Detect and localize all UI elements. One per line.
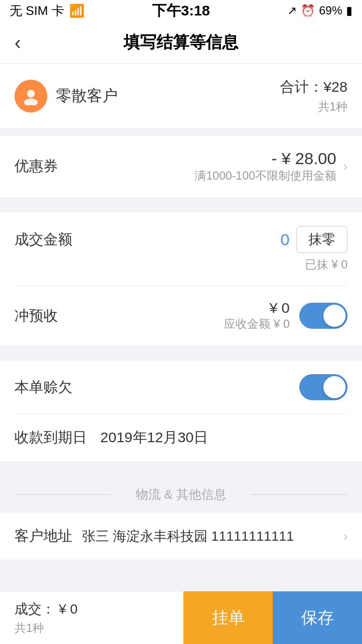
chevron-right-icon: › <box>343 159 348 174</box>
alarm-icon: ⏰ <box>301 4 315 17</box>
deal-amount-label: 成交金额 <box>14 230 72 250</box>
customer-card: 零散客户 合计：¥28 共1种 <box>0 64 362 128</box>
bottom-summary: 成交： ¥ 0 共1种 <box>0 600 183 636</box>
address-label: 客户地址 <box>14 526 72 546</box>
amount-right: 抹零 <box>251 226 348 253</box>
status-time: 下午3:18 <box>152 1 210 21</box>
toggle-thumb <box>323 305 346 327</box>
page-title: 填写结算等信息 <box>124 31 238 54</box>
svg-point-0 <box>27 90 35 98</box>
customer-left: 零散客户 <box>14 80 118 112</box>
debt-row: 本单赊欠 <box>0 361 362 414</box>
coupon-row[interactable]: 优惠券 - ¥ 28.00 满1000-100不限制使用金额 › <box>0 136 362 197</box>
content-area: 零散客户 合计：¥28 共1种 优惠券 - ¥ 28.00 满1000-100不… <box>0 64 362 644</box>
battery-icon: ▮ <box>346 4 352 17</box>
coupon-right: - ¥ 28.00 满1000-100不限制使用金额 › <box>195 149 348 183</box>
bottom-deal-label: 成交： <box>14 602 55 616</box>
customer-summary: 合计：¥28 共1种 <box>280 77 348 114</box>
address-card: 客户地址 张三 海淀永丰科技园 11111111111 › <box>0 513 362 560</box>
status-right: ↗ ⏰ 69% ▮ <box>287 4 352 17</box>
address-value: 张三 海淀永丰科技园 11111111111 <box>82 527 343 546</box>
svg-point-1 <box>24 98 38 105</box>
logistics-line-right <box>251 494 348 495</box>
due-date-label: 收款到期日 <box>14 429 87 445</box>
debt-label: 本单赊欠 <box>14 378 72 397</box>
total-count: 共1种 <box>280 99 348 114</box>
coupon-discount-amount: - ¥ 28.00 <box>195 149 336 168</box>
bottom-count: 共1种 <box>14 620 169 636</box>
address-chevron-icon: › <box>343 529 348 544</box>
section-separator-2 <box>0 353 362 361</box>
logistics-label: 物流 & 其他信息 <box>136 486 226 503</box>
customer-row: 零散客户 合计：¥28 共1种 <box>0 64 362 128</box>
pre-receive-toggle[interactable] <box>299 303 348 329</box>
logistics-line-left <box>14 494 111 495</box>
due-date-value: 2019年12月30日 <box>100 429 208 445</box>
status-bar: 无 SIM 卡 📶 下午3:18 ↗ ⏰ 69% ▮ <box>0 0 362 21</box>
coupon-card: 优惠券 - ¥ 28.00 满1000-100不限制使用金额 › <box>0 136 362 197</box>
pre-receive-amount: ¥ 0 <box>224 300 290 316</box>
deal-amount-card: 成交金额 抹零 已抹 ¥ 0 冲预收 ¥ 0 应收金额 ¥ 0 <box>0 212 362 345</box>
total-amount: 合计：¥28 <box>280 77 348 97</box>
battery-text: 69% <box>319 4 342 17</box>
coupon-label: 优惠券 <box>14 156 58 176</box>
save-button[interactable]: 保存 <box>273 591 362 644</box>
debt-card: 本单赊欠 收款到期日 2019年12月30日 <box>0 361 362 461</box>
bottom-bar: 成交： ¥ 0 共1种 挂单 保存 <box>0 591 362 644</box>
pre-receive-row: 冲预收 ¥ 0 应收金额 ¥ 0 <box>0 286 362 345</box>
coupon-value-block: - ¥ 28.00 满1000-100不限制使用金额 <box>195 149 336 183</box>
wifi-icon: 📶 <box>69 3 84 18</box>
pre-receive-label: 冲预收 <box>14 306 58 326</box>
back-button[interactable]: ‹ <box>14 33 21 52</box>
debt-toggle-thumb <box>323 376 346 398</box>
amount-header: 成交金额 抹零 <box>14 226 348 253</box>
deal-amount-row: 成交金额 抹零 已抹 ¥ 0 <box>0 212 362 286</box>
bottom-deal-amount: ¥ 0 <box>59 602 78 616</box>
logistics-section-header: 物流 & 其他信息 <box>0 476 362 513</box>
address-row[interactable]: 客户地址 张三 海淀永丰科技园 11111111111 › <box>0 513 362 560</box>
section-separator-3 <box>0 469 362 476</box>
section-separator-1 <box>0 205 362 212</box>
bottom-deal-line: 成交： ¥ 0 <box>14 600 169 618</box>
location-icon: ↗ <box>287 4 297 17</box>
hold-button[interactable]: 挂单 <box>183 591 273 644</box>
due-date-row: 收款到期日 2019年12月30日 <box>0 414 362 461</box>
pre-amount-block: ¥ 0 应收金额 ¥ 0 <box>224 300 290 332</box>
status-left: 无 SIM 卡 📶 <box>10 2 84 19</box>
customer-name: 零散客户 <box>56 85 118 107</box>
deal-amount-input[interactable] <box>251 230 290 249</box>
debt-toggle[interactable] <box>299 374 348 400</box>
deal-amount-sub: 已抹 ¥ 0 <box>14 257 348 272</box>
round-button[interactable]: 抹零 <box>296 226 348 253</box>
pre-receive-sub: 应收金额 ¥ 0 <box>224 316 290 332</box>
avatar <box>14 80 47 112</box>
pre-receive-right: ¥ 0 应收金额 ¥ 0 <box>224 300 348 332</box>
nav-bar: ‹ 填写结算等信息 <box>0 21 362 64</box>
coupon-discount-desc: 满1000-100不限制使用金额 <box>195 168 336 183</box>
carrier-text: 无 SIM 卡 <box>10 2 64 19</box>
